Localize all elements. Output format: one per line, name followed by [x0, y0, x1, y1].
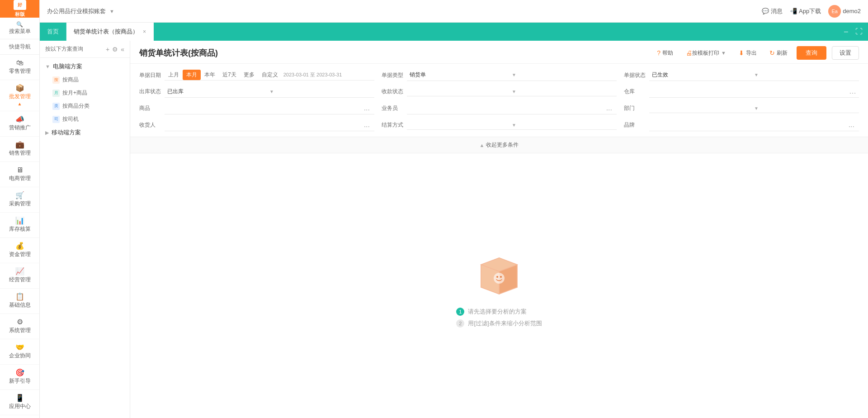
- warehouse-dots[interactable]: …: [849, 87, 856, 95]
- date-range-display: 2023-03-01 至 2023-03-31: [282, 71, 344, 78]
- doc-type-field: 单据类型 销货单 ▼: [382, 69, 617, 81]
- settings-scheme-btn[interactable]: ⚙: [112, 46, 118, 53]
- sidebar-item-guide[interactable]: 🎯 新手引导: [0, 365, 39, 390]
- tree-parent-pc[interactable]: ▼ 电脑端方案: [40, 60, 130, 73]
- date-btn-more[interactable]: 更多: [240, 70, 258, 80]
- search-icon: 🔍: [2, 21, 38, 28]
- date-btn-custom[interactable]: 自定义: [258, 70, 282, 80]
- sidebar-item-system[interactable]: ⚙ 系统管理: [0, 314, 39, 339]
- payment-select[interactable]: ▼: [407, 121, 617, 130]
- logo-label: 标版: [15, 11, 25, 18]
- user-area[interactable]: Ea demo2: [828, 5, 861, 18]
- tab-close-icon[interactable]: ×: [143, 28, 146, 35]
- warehouse-label: 仓库: [624, 88, 646, 95]
- sidebar-item-sales[interactable]: 💼 销售管理: [0, 137, 39, 162]
- print-dropdown-icon[interactable]: ▼: [721, 50, 726, 56]
- refresh-btn[interactable]: ↻ 刷新: [766, 48, 791, 59]
- date-filter-label: 单据日期: [139, 71, 161, 79]
- goods-dots[interactable]: ...: [362, 104, 372, 112]
- out-status-select[interactable]: 已出库 ▼: [165, 86, 374, 98]
- tab-shrink-icon[interactable]: –: [842, 26, 850, 38]
- sidebar-item-operation[interactable]: 📈 经营管理: [0, 263, 39, 289]
- refresh-icon: ↻: [769, 49, 775, 57]
- recipient-input-area[interactable]: ...: [165, 119, 374, 131]
- tab-home[interactable]: 首页: [40, 23, 66, 41]
- tab-expand-icon[interactable]: ⛶: [854, 26, 864, 38]
- quick-nav-btn[interactable]: 快捷导航: [0, 39, 39, 55]
- by-month-goods-label: 按月+商品: [62, 89, 87, 97]
- search-menu-btn[interactable]: 🔍 搜索菜单: [0, 18, 39, 39]
- brand-input-area[interactable]: ...: [649, 119, 859, 131]
- sidebar-item-wechat[interactable]: 💬 企业微信: [0, 415, 39, 418]
- goods-input-area[interactable]: ...: [165, 102, 374, 114]
- right-panel: 销货单统计表(按商品) ? 帮助 🖨 按模板打印 ▼ ⬇ 导出: [130, 41, 868, 418]
- date-btn-this-month[interactable]: 本月: [183, 70, 201, 80]
- by-goods-label: 按商品: [62, 76, 79, 84]
- department-select[interactable]: ▼: [649, 104, 859, 113]
- tree-section: ▼ 电脑端方案 按 按商品 月 按月+商品 类 按商品分类 司: [40, 58, 130, 141]
- payment-field: 结算方式 ▼: [382, 121, 617, 130]
- export-icon: ⬇: [739, 49, 744, 57]
- doc-type-value: 销货单: [410, 71, 512, 79]
- sidebar-item-inventory[interactable]: 📊 库存核算: [0, 213, 39, 238]
- tip-text-1: 请先选择要分析的方案: [468, 308, 527, 316]
- goods-field: 商品 ...: [139, 102, 374, 114]
- doc-type-select[interactable]: 销货单 ▼: [407, 69, 617, 81]
- doc-status-label: 单据状态: [624, 71, 646, 79]
- receipt-status-select[interactable]: ▼: [407, 87, 617, 96]
- guide-icon: 🎯: [15, 369, 24, 376]
- sidebar-item-marketing[interactable]: 📣 营销推广: [0, 111, 39, 137]
- export-btn[interactable]: ⬇ 导出: [735, 48, 760, 59]
- app-download-btn[interactable]: 📲 App下载: [790, 7, 821, 15]
- doc-status-select[interactable]: 已生效 ▼: [649, 69, 859, 81]
- settings-btn[interactable]: 设置: [832, 46, 859, 60]
- help-btn[interactable]: ? 帮助: [653, 48, 677, 59]
- app-logo[interactable]: 好 标版: [0, 0, 39, 18]
- sidebar-item-enterprise[interactable]: 🤝 企业协同: [0, 339, 39, 365]
- date-btn-7days[interactable]: 近7天: [219, 70, 240, 80]
- payment-label: 结算方式: [382, 121, 403, 129]
- sidebar-item-basic[interactable]: 📋 基础信息: [0, 289, 39, 314]
- collapse-conditions-btn[interactable]: ▲ 收起更多条件: [474, 140, 524, 150]
- purchase-icon: 🛒: [15, 192, 24, 199]
- brand-dots[interactable]: ...: [847, 121, 856, 129]
- sidebar-item-wholesale[interactable]: 📦 批发管理 ▲: [0, 80, 39, 111]
- empty-illustration: [472, 244, 526, 299]
- tree-sub-by-category[interactable]: 类 按商品分类: [40, 100, 130, 113]
- sidebar-item-retail[interactable]: 🛍 零售管理: [0, 55, 39, 80]
- print-btn[interactable]: 🖨 按模板打印 ▼: [682, 48, 730, 59]
- warehouse-input-area[interactable]: …: [649, 86, 859, 98]
- tree-sub-by-month-goods[interactable]: 月 按月+商品: [40, 86, 130, 100]
- inventory-icon: 📊: [15, 217, 24, 224]
- sidebar-item-ecommerce[interactable]: 🖥 电商管理: [0, 162, 39, 187]
- industry-dropdown-icon[interactable]: ▼: [109, 9, 114, 14]
- recipient-field: 收货人 ...: [139, 119, 374, 131]
- basic-icon: 📋: [15, 293, 24, 300]
- brand-label: 品牌: [624, 121, 646, 129]
- receipt-status-field: 收款状态 ▼: [382, 87, 617, 96]
- date-btn-this-year[interactable]: 本年: [201, 70, 219, 80]
- sales-label: 销售管理: [9, 149, 31, 157]
- tip-num-2: 2: [456, 319, 464, 328]
- query-btn[interactable]: 查询: [797, 46, 826, 60]
- sidebar-item-finance[interactable]: 💰 资金管理: [0, 238, 39, 263]
- goods-label: 商品: [139, 104, 161, 112]
- recipient-dots[interactable]: ...: [362, 121, 372, 129]
- print-label: 按模板打印: [692, 49, 719, 57]
- date-btn-last-month[interactable]: 上月: [165, 70, 183, 80]
- guide-label: 新手引导: [9, 377, 31, 385]
- sidebar-item-purchase[interactable]: 🛒 采购管理: [0, 187, 39, 213]
- collapse-panel-btn[interactable]: «: [121, 46, 124, 53]
- salesperson-input-area[interactable]: ...: [407, 102, 617, 114]
- filter-row-1: 单据日期 上月 本月 本年 近7天 更多 自定义 2023-03-01 至 20…: [139, 69, 859, 81]
- tree-parent-mobile[interactable]: ▶ 移动端方案: [40, 126, 130, 139]
- sidebar-item-app-center[interactable]: 📱 应用中心: [0, 390, 39, 415]
- add-scheme-btn[interactable]: +: [106, 46, 109, 53]
- help-icon: ?: [657, 49, 660, 57]
- by-driver-label: 按司机: [62, 115, 79, 123]
- tab-active[interactable]: 销货单统计表（按商品） ×: [66, 23, 154, 41]
- tree-sub-by-goods[interactable]: 按 按商品: [40, 73, 130, 86]
- tree-sub-by-driver[interactable]: 司 按司机: [40, 113, 130, 126]
- salesperson-dots[interactable]: ...: [604, 104, 614, 112]
- message-btn[interactable]: 💬 消息: [762, 7, 783, 15]
